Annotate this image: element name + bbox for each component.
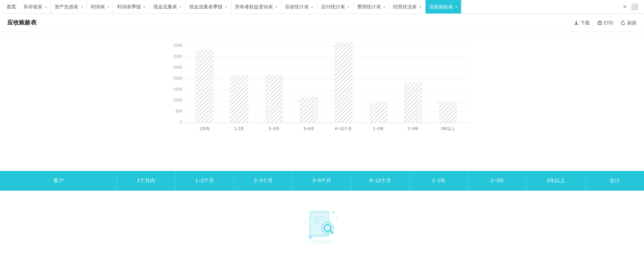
svg-text:1月内: 1月内 bbox=[199, 126, 210, 131]
tab-balance-close[interactable]: × bbox=[80, 5, 83, 9]
refresh-button[interactable]: 刷新 bbox=[621, 20, 637, 26]
th-total: 合计 bbox=[585, 171, 644, 191]
tab-cashflow-close[interactable]: × bbox=[179, 5, 181, 9]
th-6-12months: 6~12个月 bbox=[351, 171, 410, 191]
svg-point-46 bbox=[336, 217, 337, 219]
svg-text:0: 0 bbox=[180, 120, 182, 124]
tab-ap-stats[interactable]: 应付统计表 × bbox=[318, 0, 353, 14]
window-controls: × ⬜ bbox=[623, 3, 641, 10]
svg-text:500: 500 bbox=[176, 109, 182, 113]
svg-point-45 bbox=[333, 212, 335, 214]
download-button[interactable]: 下载 bbox=[574, 20, 590, 26]
tab-ar-stats[interactable]: 应收统计表 × bbox=[281, 0, 317, 14]
page-panel: 应收账龄表 下载 打印 bbox=[0, 14, 644, 263]
tab-cashflow-label: 现金流量表 bbox=[153, 4, 177, 10]
tab-balance-sheet-label: 资产负债表 bbox=[55, 4, 78, 10]
tab-cashflow[interactable]: 现金流量表 × bbox=[150, 0, 186, 14]
svg-rect-22 bbox=[300, 97, 318, 123]
svg-text:2500: 2500 bbox=[173, 43, 182, 47]
print-label: 打印 bbox=[604, 20, 613, 26]
tab-inventory-close[interactable]: × bbox=[45, 5, 47, 9]
tab-inventory[interactable]: 库存核算 × bbox=[20, 0, 51, 14]
svg-text:1000: 1000 bbox=[173, 98, 182, 102]
svg-rect-24 bbox=[370, 103, 387, 123]
svg-text:1500: 1500 bbox=[173, 87, 182, 91]
table-header: 客户 1个月内 1~2个月 2~3个月 3~6个月 6~12 bbox=[0, 171, 644, 191]
tab-operations[interactable]: 经营状况表 × bbox=[389, 0, 425, 14]
tab-profit-label: 利润表 bbox=[91, 4, 105, 10]
tab-equity-close[interactable]: × bbox=[275, 5, 277, 9]
tab-ar-aging-label: 应收账龄表 bbox=[429, 4, 453, 10]
tab-profit-close[interactable]: × bbox=[107, 5, 109, 9]
svg-text:2500: 2500 bbox=[173, 65, 182, 69]
svg-text:3年以上: 3年以上 bbox=[441, 126, 455, 131]
tab-equity-label: 所有者权益变动表 bbox=[235, 4, 273, 10]
refresh-label: 刷新 bbox=[627, 20, 637, 26]
tab-ar-aging-close[interactable]: × bbox=[455, 5, 457, 9]
download-icon bbox=[574, 20, 579, 26]
refresh-icon bbox=[621, 20, 626, 26]
tab-bar: 首页 库存核算 × 资产负债表 × 利润表 × 利润表季报 × 现金流量表 × … bbox=[0, 0, 644, 14]
print-icon bbox=[597, 20, 602, 26]
th-1-2months: 1~2个月 bbox=[176, 171, 234, 191]
print-button[interactable]: 打印 bbox=[597, 20, 613, 26]
tab-expense-stats-label: 费用统计表 bbox=[357, 4, 381, 10]
tab-operations-close[interactable]: × bbox=[419, 5, 421, 9]
header-actions: 下载 打印 bbox=[574, 20, 637, 26]
tab-home-label: 首页 bbox=[7, 4, 16, 10]
svg-text:2000: 2000 bbox=[173, 76, 182, 80]
tab-inventory-label: 库存核算 bbox=[23, 4, 42, 10]
tab-profit-quarterly[interactable]: 利润表季报 × bbox=[113, 0, 149, 14]
svg-point-35 bbox=[309, 240, 335, 244]
tab-cashflow-quarterly-close[interactable]: × bbox=[225, 5, 227, 9]
svg-text:6~12个月: 6~12个月 bbox=[335, 126, 352, 131]
content-area: 应收账龄表 下载 打印 bbox=[0, 14, 644, 263]
tab-ar-stats-label: 应收统计表 bbox=[285, 4, 309, 10]
tab-home[interactable]: 首页 bbox=[3, 0, 20, 14]
tab-balance-sheet[interactable]: 资产负债表 × bbox=[51, 0, 87, 14]
tab-ar-stats-close[interactable]: × bbox=[311, 5, 313, 9]
tab-cashflow-quarterly[interactable]: 现金流量表季报 × bbox=[186, 0, 231, 14]
svg-text:3~6月: 3~6月 bbox=[303, 126, 314, 131]
th-customer: 客户 bbox=[0, 171, 117, 191]
th-1month: 1个月内 bbox=[117, 171, 176, 191]
tab-ap-stats-close[interactable]: × bbox=[347, 5, 349, 9]
tab-expense-stats[interactable]: 费用统计表 × bbox=[353, 0, 389, 14]
svg-rect-20 bbox=[231, 75, 248, 123]
svg-text:2500: 2500 bbox=[173, 54, 182, 58]
tab-cashflow-quarterly-label: 现金流量表季报 bbox=[189, 4, 222, 10]
svg-rect-25 bbox=[404, 83, 422, 123]
svg-text:2~3年: 2~3年 bbox=[408, 126, 419, 131]
scrollable-content[interactable]: 2500 2500 2500 2000 1500 1000 500 0 bbox=[0, 32, 644, 263]
tab-ar-aging[interactable]: 应收账龄表 × bbox=[426, 0, 461, 14]
svg-text:1-2月: 1-2月 bbox=[235, 126, 244, 131]
tab-expense-close[interactable]: × bbox=[383, 5, 385, 9]
th-3-6months: 3~6个月 bbox=[293, 171, 351, 191]
maximize-window-button[interactable]: ⬜ bbox=[631, 3, 638, 10]
svg-rect-23 bbox=[335, 42, 352, 123]
chart-container: 2500 2500 2500 2000 1500 1000 500 0 bbox=[157, 39, 487, 143]
tab-profit-quarterly-close[interactable]: × bbox=[143, 5, 145, 9]
svg-rect-1 bbox=[599, 23, 601, 24]
close-window-button[interactable]: × bbox=[623, 4, 626, 10]
bar-chart: 2500 2500 2500 2000 1500 1000 500 0 bbox=[157, 39, 487, 142]
tab-operations-label: 经营状况表 bbox=[393, 4, 417, 10]
page-title: 应收账龄表 bbox=[7, 19, 37, 27]
svg-text:2~3月: 2~3月 bbox=[269, 126, 280, 131]
empty-state-icon bbox=[300, 205, 344, 245]
svg-rect-19 bbox=[196, 50, 213, 123]
empty-state bbox=[0, 191, 644, 260]
th-3plus-years: 3年以上 bbox=[527, 171, 585, 191]
page-header: 应收账龄表 下载 打印 bbox=[0, 14, 644, 32]
tab-ap-stats-label: 应付统计表 bbox=[321, 4, 345, 10]
tab-profit[interactable]: 利润表 × bbox=[87, 0, 113, 14]
download-label: 下载 bbox=[580, 20, 590, 26]
th-2-3months: 2~3个月 bbox=[234, 171, 293, 191]
svg-rect-26 bbox=[439, 103, 457, 123]
tab-profit-quarterly-label: 利润表季报 bbox=[117, 4, 141, 10]
svg-point-47 bbox=[305, 221, 306, 222]
svg-rect-21 bbox=[265, 75, 283, 123]
tab-equity[interactable]: 所有者权益变动表 × bbox=[231, 0, 281, 14]
chart-area: 2500 2500 2500 2000 1500 1000 500 0 bbox=[0, 32, 644, 171]
th-2-3years: 2~3年 bbox=[468, 171, 527, 191]
